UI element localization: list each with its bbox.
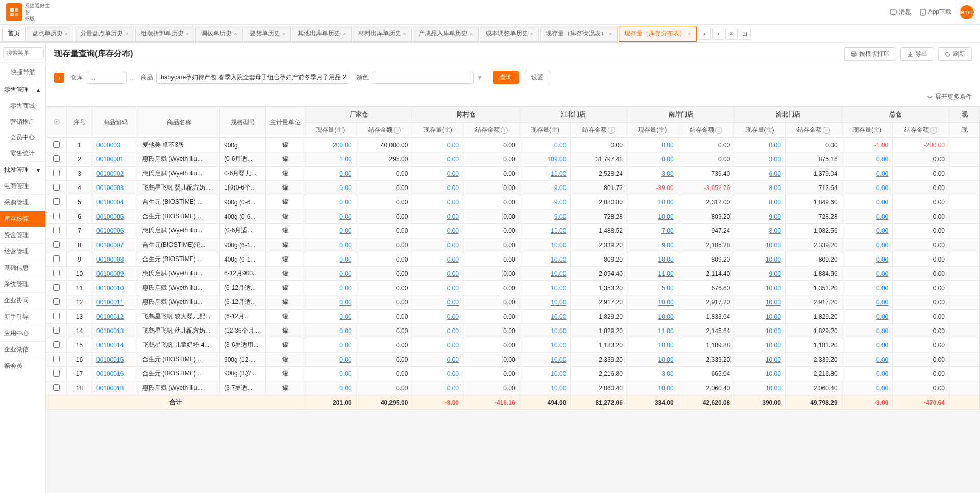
td-code[interactable]: 00100004 [92,195,138,209]
td-jiangbei-stock[interactable]: 9.00 [520,181,571,195]
td-yuanbei-stock[interactable]: 9.00 [734,209,786,224]
tab-assemble[interactable]: 组装折卸单历史× [135,26,194,42]
td-yuanbei-stock[interactable]: 10.00 [734,238,786,252]
tab-close-product-in[interactable]: × [470,31,473,37]
tab-close-stock-status[interactable]: × [609,31,612,37]
setting-btn[interactable]: 设置 [525,71,550,84]
td-nanan-stock[interactable]: 10.00 [627,353,678,367]
td-yuanbei-stock[interactable]: 8.00 [734,181,786,195]
td-checkbox[interactable] [46,295,67,310]
td-jiangbei-stock[interactable]: 109.00 [520,152,571,167]
tab-close-stocktake[interactable]: × [65,31,68,37]
tab-close-material-out[interactable]: × [403,31,406,37]
td-nanan-stock[interactable]: 0.00 [627,138,678,152]
td-code[interactable]: 00100008 [92,252,138,267]
td-factory-stock[interactable]: 0.00 [305,224,356,238]
td-checkbox[interactable] [46,367,67,381]
td-chenmen-stock[interactable]: 0.00 [412,152,463,167]
td-factory-stock[interactable]: 0.00 [305,295,356,310]
td-factory-stock[interactable]: 0.00 [305,195,356,209]
td-nanan-stock[interactable]: 10.00 [627,295,678,310]
td-factory-stock[interactable]: 0.00 [305,181,356,195]
sidebar-item-system[interactable]: 系统管理 [0,276,45,293]
td-nanan-stock[interactable]: 10.00 [627,252,678,267]
td-code[interactable]: 00100006 [92,224,138,238]
nanan-amount-info-icon[interactable]: i [715,127,722,134]
td-total-stock[interactable]: 0.00 [842,367,893,381]
search-btn[interactable]: 查询 [493,71,519,84]
td-jiangbei-stock[interactable]: 10.00 [520,295,571,310]
td-total-stock[interactable]: 0.00 [842,195,893,209]
td-jiangbei-stock[interactable]: 9.00 [520,195,571,209]
td-chenmen-stock[interactable]: 0.00 [412,209,463,224]
td-factory-stock[interactable]: 0.00 [305,353,356,367]
export-btn[interactable]: 导出 [900,47,934,61]
td-chenmen-stock[interactable]: 0.00 [412,353,463,367]
td-jiangbei-stock[interactable]: 10.00 [520,267,571,281]
td-chenmen-stock[interactable]: 0.00 [412,224,463,238]
chenmen-amount-info-icon[interactable]: i [501,127,508,134]
td-chenmen-stock[interactable]: 0.00 [412,310,463,324]
td-factory-stock[interactable]: 0.00 [305,281,356,295]
td-checkbox[interactable] [46,224,67,238]
td-checkbox[interactable] [46,252,67,267]
td-chenmen-stock[interactable]: 0.00 [412,267,463,281]
td-nanan-stock[interactable]: 11.00 [627,324,678,338]
tab-transfer[interactable]: 调拨单历史× [195,26,242,42]
tab-home[interactable]: 首页 [2,26,26,42]
factory-amount-info-icon[interactable]: i [394,127,401,134]
td-yuanbei-stock[interactable]: 6.00 [734,167,786,181]
td-factory-stock[interactable]: 0.00 [305,338,356,353]
td-checkbox[interactable] [46,209,67,224]
tab-close-all-btn[interactable]: × [725,28,738,40]
sidebar-item-member[interactable]: 会员中心 [6,130,45,146]
print-btn[interactable]: 按模版打印 [844,47,896,61]
td-total-stock[interactable]: 0.00 [842,152,893,167]
td-jiangbei-stock[interactable]: 0.00 [520,138,571,152]
tab-cost-adjust[interactable]: 成本调整单历史× [480,26,539,42]
td-yuanbei-stock[interactable]: 8.00 [734,224,786,238]
td-nanan-stock[interactable]: 5.00 [627,281,678,295]
td-total-stock[interactable]: 0.00 [842,209,893,224]
td-total-stock[interactable]: 0.00 [842,238,893,252]
td-nanan-stock[interactable]: 10.00 [627,381,678,395]
td-code[interactable]: 00100003 [92,181,138,195]
td-checkbox[interactable] [46,238,67,252]
td-code[interactable]: 00100018 [92,381,138,395]
color-input[interactable] [372,72,474,84]
td-nanan-stock[interactable]: 10.00 [627,338,678,353]
tab-next-btn[interactable]: › [712,28,724,40]
td-code[interactable]: 00100014 [92,338,138,353]
td-total-stock[interactable]: 0.00 [842,252,893,267]
td-code[interactable]: 00100016 [92,367,138,381]
td-factory-stock[interactable]: 0.00 [305,252,356,267]
td-checkbox[interactable] [46,167,67,181]
sidebar-item-retail-stat[interactable]: 零售统计 [6,146,45,161]
td-chenmen-stock[interactable]: 0.00 [412,167,463,181]
td-checkbox[interactable] [46,181,67,195]
tab-material-out[interactable]: 材料出库单历史× [353,26,412,42]
tab-sub-stocktake[interactable]: 分量盘点单历史× [75,26,134,42]
tab-other-out[interactable]: 其他出库单历史× [292,26,351,42]
tab-stocktake[interactable]: 盘点单历史× [27,26,74,42]
tab-close-sub-stocktake[interactable]: × [125,31,128,37]
td-code[interactable]: 00100005 [92,209,138,224]
td-jiangbei-stock[interactable]: 10.00 [520,310,571,324]
sidebar-item-purchase[interactable]: 采购管理 [0,195,45,211]
td-jiangbei-stock[interactable]: 9.00 [520,209,571,224]
td-nanan-stock[interactable]: 10.00 [627,310,678,324]
td-factory-stock[interactable]: 0.00 [305,310,356,324]
search-toggle-btn[interactable]: › [54,73,64,83]
td-nanan-stock[interactable]: 3.00 [627,167,678,181]
td-total-stock[interactable]: 0.00 [842,267,893,281]
expand-more-btn[interactable]: 展开更多条件 [927,92,972,101]
td-yuanbei-stock[interactable]: 8.00 [734,195,786,209]
td-factory-stock[interactable]: 0.00 [305,209,356,224]
td-checkbox[interactable] [46,267,67,281]
td-code[interactable]: 00100010 [92,281,138,295]
color-dropdown-btn[interactable]: ▼ [477,74,483,81]
td-yuanbei-stock[interactable]: 9.00 [734,267,786,281]
warehouse-input[interactable] [86,72,127,84]
td-nanan-stock[interactable]: 9.00 [627,238,678,252]
td-factory-stock[interactable]: 0.00 [305,167,356,181]
